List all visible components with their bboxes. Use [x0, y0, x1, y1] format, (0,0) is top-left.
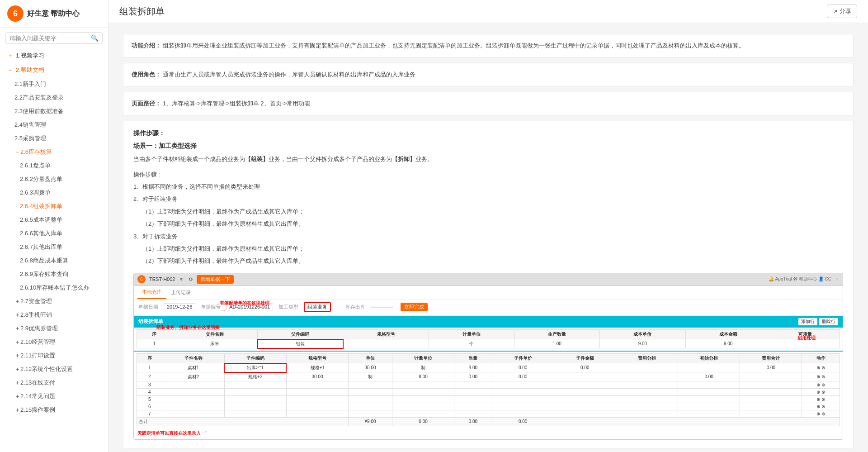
table-row: 2 桌材2 规格+2 30.00 制 8.00 0.00 0.00 0.00	[137, 372, 840, 381]
form-type-label: 加工类型	[278, 304, 298, 310]
top-bar: 组装拆卸单 ↗ 分享	[108, 0, 868, 23]
screenshot-icons: 🔔 AppTrial 🛠 帮助中心 👤 CC	[769, 276, 831, 282]
t1-cell-qty: 1.00	[514, 339, 599, 348]
screenshot-table1-container: 组装业务、拆卸业务在这里切换 序 父件名称 父件编码 规格型号 计量单位 生产数…	[134, 328, 843, 351]
sidebar-item-2-10[interactable]: ＋ 2.10经营管理	[0, 335, 108, 349]
screenshot-add-row-btn[interactable]: 添加行	[798, 318, 817, 325]
sidebar-item-2-2[interactable]: 2.2产品安装及登录	[0, 91, 108, 105]
annotation-3: 启用处理	[797, 335, 816, 340]
sidebar-item-label-2-10: 2.10经营管理	[20, 338, 55, 346]
search-input[interactable]	[9, 35, 91, 42]
screenshot-confirm-btn[interactable]: 立即完成	[401, 303, 428, 311]
sidebar-item-label-2: 2.帮助文档	[16, 66, 44, 74]
sidebar-item-2-6-8[interactable]: 2.6.8商品成本重算	[0, 254, 108, 267]
sidebar-item-2-6-4[interactable]: 2.6.4组装拆卸单	[0, 200, 108, 213]
sidebar-item-label-2-4: 2.4销售管理	[14, 121, 46, 129]
plus-icon-2-8: ＋	[14, 311, 20, 319]
screenshot-tabs: 本地仓库 上传记录	[134, 286, 843, 300]
steps-block: 操作步骤： 场景一：加工类型选择 当由多个子件材料组装成一个成品的业务为【组装】…	[123, 121, 854, 448]
sidebar-item-2-14[interactable]: ＋ 2.14常见问题	[0, 390, 108, 403]
sidebar-item-2-9[interactable]: ＋ 2.9优惠券管理	[0, 322, 108, 335]
intro-text: 组装拆卸单用来处理企业组装或拆卸等加工业务，支持有固定装配清单的产品加工业务，也…	[163, 42, 745, 49]
sidebar-item-2-6-7[interactable]: 2.6.7其他出库单	[0, 240, 108, 254]
table1-col-seq: 序	[137, 329, 172, 339]
steps-title: 操作步骤：	[133, 169, 843, 180]
sidebar-item-2-6-3[interactable]: 2.6.3调拨单	[0, 186, 108, 200]
plus-icon-2-9: ＋	[14, 324, 20, 333]
total-v2: 0.00	[392, 417, 454, 426]
sidebar-item-2-6-6[interactable]: 2.6.6其他入库单	[0, 227, 108, 240]
table2-col-cost: 费用分担	[616, 353, 678, 363]
table2-col-price: 子件单价	[492, 353, 554, 363]
sidebar-item-label-2-5: 2.5采购管理	[14, 134, 46, 143]
path-block: 页面路径： 1、库存核算->库存管理->组装拆卸单 2、首页->常用功能	[123, 92, 854, 115]
table2-col-cname: 子件名称	[162, 353, 224, 363]
sidebar-item-2-1[interactable]: 2.1新手入门	[0, 77, 108, 91]
path-label: 页面路径：	[132, 100, 161, 107]
table2-col-eq: 当量	[454, 353, 492, 363]
total-v1: ¥9.00	[349, 417, 392, 426]
screenshot-del-row-btn[interactable]: 删除行	[819, 318, 838, 325]
screenshot-form: 单据日期 2019-12-26 单据编号 AD-20191226-001 加工类…	[134, 300, 843, 316]
screenshot-shop-id: TEST-H002	[149, 276, 175, 282]
content-area: 功能介绍： 组装拆卸单用来处理企业组装或拆卸等加工业务，支持有固定装配清单的产品…	[108, 23, 868, 452]
sidebar-item-2-3[interactable]: 2.3使用前数据准备	[0, 105, 108, 118]
search-box[interactable]: 🔍	[5, 32, 103, 44]
t1-cell-price: 9.00	[600, 339, 685, 348]
annotation-2: 组装业务、拆卸业务在这里切换	[156, 325, 220, 330]
step2-1: （1）上部明细为父件明细，最终作为产成品生成其它入库单；	[133, 206, 843, 217]
screenshot-new-btn[interactable]: 新增单据一下	[197, 275, 234, 284]
sidebar-item-2-5[interactable]: 2.5采购管理	[0, 132, 108, 145]
screenshot-tab-2[interactable]: 上传记录	[166, 286, 195, 299]
plus-icon-2-15: ＋	[14, 406, 20, 414]
search-button[interactable]: 🔍	[91, 34, 99, 42]
app-title: 好生意 帮助中心	[27, 9, 80, 19]
sidebar-item-2-15[interactable]: ＋ 2.15操作案例	[0, 403, 108, 417]
sidebar-item-2-8[interactable]: ＋ 2.8手机旺铺	[0, 308, 108, 322]
sidebar-item-label-2-11: 2.11打印设置	[20, 352, 55, 360]
form-store-val	[371, 306, 393, 308]
screenshot-logo: 6	[137, 275, 146, 283]
sidebar-item-2-11[interactable]: ＋ 2.11打印设置	[0, 349, 108, 362]
table-row: 4 ⊕ ⊗	[137, 388, 840, 395]
table1-col-fname: 父件名称	[172, 329, 257, 339]
t1-cell-unit: 个	[429, 339, 514, 348]
sidebar-item-2-6-9[interactable]: 2.6.9库存账本查询	[0, 267, 108, 281]
step2: 2、对于组装业务	[133, 194, 843, 204]
sidebar-item-label-2-8: 2.8手机旺铺	[20, 311, 52, 319]
annotation-3-container: 启用处理	[797, 333, 816, 341]
table2-col-spec: 规格型号	[286, 353, 348, 363]
annotation-4: 无固定清单可以直接在这里录入	[137, 431, 201, 436]
screenshot-table1: 序 父件名称 父件编码 规格型号 计量单位 生产数量 成本单价 成本金额 可用量	[137, 329, 840, 349]
sidebar-item-2-6-10[interactable]: 2.6.10库存账本错了怎么办	[0, 281, 108, 295]
plus-icon-2-12: ＋	[14, 365, 20, 373]
total-v3: 0.00	[454, 417, 492, 426]
sidebar-item-1[interactable]: ＋ 1.视频学习	[0, 48, 108, 63]
sidebar-item-2-6-2[interactable]: 2.6.2分量盘点单	[0, 172, 108, 186]
sidebar-item-2-6-1[interactable]: 2.6.1盘点单	[0, 159, 108, 172]
sidebar-item-2-6-5[interactable]: 2.6.5成本调整单	[0, 213, 108, 227]
sidebar-item-label-2-2: 2.2产品安装及登录	[14, 94, 64, 102]
sidebar-item-label-2-3: 2.3使用前数据准备	[14, 107, 64, 115]
t1-cell-seq: 1	[137, 339, 172, 348]
annotation-arrow-4: ↑	[204, 429, 208, 436]
sidebar-item-2-7[interactable]: ＋ 2.7资金管理	[0, 295, 108, 308]
sidebar-item-2[interactable]: － 2.帮助文档	[0, 63, 108, 77]
step3-1: （1）上部明细为父件明细，最终作为原材料生成其它出库单；	[133, 243, 843, 254]
sidebar-item-2-4[interactable]: 2.4销售管理	[0, 118, 108, 132]
form-type-val: 组装业务	[304, 302, 331, 312]
plus-icon-2-11: ＋	[14, 352, 20, 360]
table-total-row: 合计 ¥9.00 0.00 0.00 0.00	[137, 417, 840, 426]
screenshot-tab-1[interactable]: 本地仓库	[137, 286, 166, 299]
sidebar-item-2-6[interactable]: － 2.6库存核算	[0, 145, 108, 159]
step2-2: （2）下部明细为子件明细，最终作为原材料生成其它出库单。	[133, 219, 843, 229]
share-button[interactable]: ↗ 分享	[827, 5, 857, 18]
page-title: 组装拆卸单	[119, 5, 165, 18]
sidebar-item-2-12[interactable]: ＋ 2.12系统个性化设置	[0, 362, 108, 376]
table2-col-seq: 序	[137, 353, 162, 363]
sidebar-item-2-13[interactable]: ＋ 2.13在线支付	[0, 376, 108, 390]
screenshot-sub-header: 组装拆卸单 添加行 删除行	[134, 316, 843, 328]
table-row: 1 床米 组装 个 1.00 9.00 9.00	[137, 339, 840, 348]
step1: 1、根据不同的业务，选择不同单据的类型来处理	[133, 181, 843, 192]
table1-col-qty: 生产数量	[514, 329, 599, 339]
